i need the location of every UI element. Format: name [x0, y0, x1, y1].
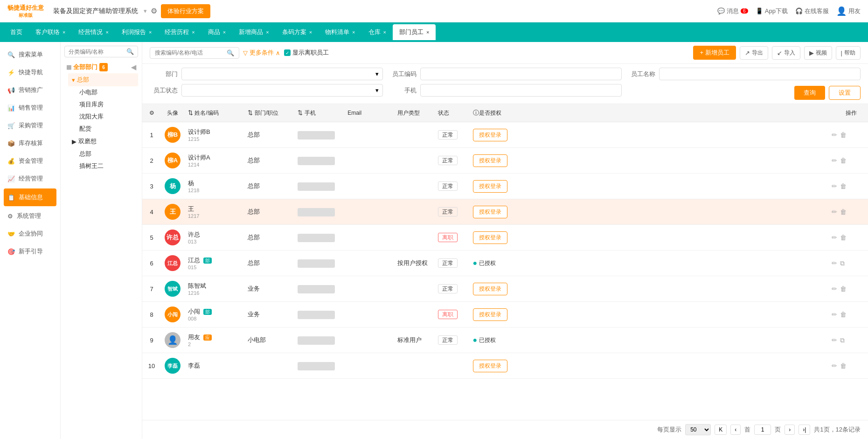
delete-icon[interactable]: 🗑	[840, 311, 847, 318]
col-phone-header[interactable]: ⇅ 手机	[294, 104, 344, 122]
last-page-button[interactable]: ›|	[799, 425, 810, 435]
sidebar-item-nav[interactable]: ⚡ 快捷导航	[0, 63, 60, 81]
first-page-button[interactable]: K	[715, 425, 727, 435]
tab-warehouse[interactable]: 仓库×	[362, 24, 393, 40]
help-button[interactable]: |帮助	[836, 46, 861, 60]
more-filter-btn[interactable]: ▽ 更多条件 ∧	[243, 49, 280, 57]
page-number-input[interactable]	[754, 425, 771, 435]
import-button[interactable]: ↙导入	[772, 46, 800, 60]
set-button[interactable]: 设置	[829, 86, 861, 100]
col-settings[interactable]: ⚙	[142, 104, 161, 122]
filter-status-select[interactable]: ▾	[181, 84, 383, 97]
delete-icon[interactable]: 🗑	[840, 208, 847, 216]
close-icon[interactable]: ×	[352, 29, 355, 35]
gear-icon[interactable]: ⚙	[151, 7, 157, 15]
close-icon[interactable]: ×	[105, 29, 108, 35]
dept-subnode-hq[interactable]: 总部	[68, 148, 138, 160]
close-icon[interactable]: ×	[266, 29, 269, 35]
next-page-button[interactable]: ›	[785, 425, 795, 435]
dept-collapse-arrow[interactable]: ◀	[131, 63, 136, 71]
dept-subnode-shenyang[interactable]: 沈阳大库	[68, 111, 138, 123]
dropdown-arrow-icon[interactable]: ▾	[144, 7, 147, 14]
col-name-header[interactable]: ⇅ 姓名/编码	[184, 104, 244, 122]
prev-page-button[interactable]: ‹	[730, 425, 741, 435]
delete-icon[interactable]: 🗑	[840, 234, 847, 241]
close-icon[interactable]: ×	[383, 29, 386, 35]
tab-dept-employee[interactable]: 部门员工×	[393, 24, 436, 40]
tab-customer[interactable]: 客户联络×	[29, 24, 72, 40]
dept-node-dual[interactable]: ▶ 双磨想	[68, 135, 138, 148]
dept-subnode-insert[interactable]: 插树王二	[68, 160, 138, 172]
copy-icon[interactable]: ⧉	[840, 259, 845, 267]
close-icon[interactable]: ×	[426, 29, 429, 35]
filter-empcode-input[interactable]	[420, 68, 622, 80]
tab-bom[interactable]: 物料清单×	[319, 24, 361, 40]
delete-icon[interactable]: 🗑	[840, 131, 847, 139]
tab-barcode[interactable]: 条码方案×	[276, 24, 319, 40]
edit-icon[interactable]: ✏	[832, 311, 837, 318]
edit-icon[interactable]: ✏	[832, 259, 837, 267]
auth-login-button[interactable]: 授权登录	[473, 283, 507, 295]
sidebar-item-inventory[interactable]: 📦 库存核算	[0, 134, 60, 152]
auth-login-button[interactable]: 授权登录	[473, 154, 507, 167]
dept-collapse-btn[interactable]: 6	[99, 63, 108, 71]
delete-icon[interactable]: 🗑	[840, 285, 847, 293]
auth-login-button[interactable]: 授权登录	[473, 180, 507, 193]
tab-home[interactable]: 首页	[4, 24, 29, 40]
close-icon[interactable]: ×	[192, 29, 194, 35]
dept-search-bar[interactable]: 🔍	[64, 46, 138, 57]
sidebar-item-marketing[interactable]: 📢 营销推广	[0, 81, 60, 99]
search-icon-btn[interactable]: 🔍	[227, 49, 234, 56]
sidebar-item-search[interactable]: 🔍 搜索菜单	[0, 46, 60, 63]
search-input[interactable]	[155, 49, 225, 56]
close-icon[interactable]: ×	[62, 29, 65, 35]
dept-subnode-electronics[interactable]: 小电部	[68, 86, 138, 98]
video-button[interactable]: ▶视频	[804, 46, 832, 60]
tab-profit[interactable]: 利润报告×	[115, 24, 158, 40]
col-dept-header[interactable]: ⇅ 部门/职位	[244, 104, 294, 122]
edit-icon[interactable]: ✏	[832, 362, 837, 369]
sidebar-item-purchase[interactable]: 🛒 采购管理	[0, 117, 60, 134]
user-area[interactable]: 👤 用友	[836, 6, 861, 16]
edit-icon[interactable]: ✏	[832, 234, 837, 241]
auth-login-button[interactable]: 授权登录	[473, 231, 507, 244]
tab-operation[interactable]: 经营情况×	[72, 24, 115, 40]
message-area[interactable]: 💬 消息 6	[717, 7, 748, 15]
sidebar-item-system[interactable]: ⚙ 系统管理	[0, 207, 60, 225]
edit-icon[interactable]: ✏	[832, 336, 837, 344]
auth-login-button[interactable]: 授权登录	[473, 360, 507, 372]
delete-icon[interactable]: 🗑	[840, 157, 847, 164]
tab-goods[interactable]: 商品×	[201, 24, 232, 40]
sidebar-item-collab[interactable]: 🤝 企业协同	[0, 225, 60, 243]
add-employee-button[interactable]: + 新增员工	[693, 46, 736, 60]
filter-phone-input[interactable]	[420, 84, 622, 97]
dept-search-input[interactable]	[69, 49, 126, 55]
copy-icon[interactable]: ⧉	[840, 336, 845, 344]
checkbox-show-inactive[interactable]: ✓	[284, 49, 291, 56]
edit-icon[interactable]: ✏	[832, 131, 837, 139]
search-input-wrapper[interactable]: 🔍	[150, 47, 239, 59]
filter-dept-select[interactable]: ▾	[181, 68, 383, 80]
tab-history[interactable]: 经营历程×	[158, 24, 201, 40]
show-inactive-toggle[interactable]: ✓ 显示离职员工	[284, 49, 329, 57]
delete-icon[interactable]: 🗑	[840, 182, 847, 190]
sidebar-item-business[interactable]: 📈 经营管理	[0, 170, 60, 188]
delete-icon[interactable]: 🗑	[840, 362, 847, 369]
close-icon[interactable]: ×	[149, 29, 152, 35]
tab-new-goods[interactable]: 新增商品×	[232, 24, 275, 40]
per-page-select[interactable]: 50 100 200	[685, 424, 711, 435]
close-icon[interactable]: ×	[223, 29, 226, 35]
filter-empname-input[interactable]	[659, 68, 861, 80]
sidebar-item-sales[interactable]: 📊 销售管理	[0, 99, 60, 117]
auth-login-button[interactable]: 授权登录	[473, 308, 507, 321]
app-download[interactable]: 📱 App下载	[756, 7, 788, 15]
dept-subnode-distribution[interactable]: 配货	[68, 123, 138, 135]
export-button[interactable]: ↗导出	[740, 46, 768, 60]
auth-login-button[interactable]: 授权登录	[473, 129, 507, 141]
auth-login-button[interactable]: 授权登录	[473, 206, 507, 218]
sidebar-item-guide[interactable]: 🎯 新手引导	[0, 243, 60, 260]
dept-node-general[interactable]: ▾ 总部	[68, 73, 138, 86]
edit-icon[interactable]: ✏	[832, 182, 837, 190]
dept-subnode-project[interactable]: 项目库房	[68, 98, 138, 111]
online-service[interactable]: 🎧 在线客服	[795, 7, 829, 15]
